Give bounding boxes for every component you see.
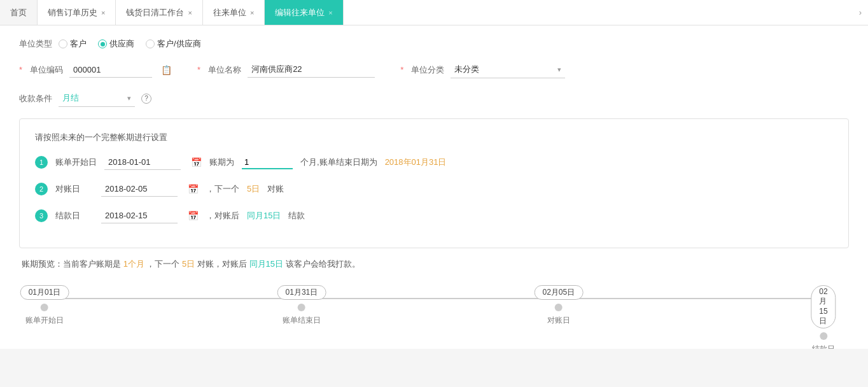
tab-partner[interactable]: 往来单位 × <box>203 0 265 25</box>
timeline-badge-4: 02月15日 <box>811 285 836 328</box>
row-num-3: 3 <box>35 209 48 222</box>
chevron-down-icon: ▾ <box>127 94 131 102</box>
period-value-input[interactable] <box>242 156 293 169</box>
row-num-2: 2 <box>35 183 48 195</box>
calendar-icon-1[interactable]: 📅 <box>191 157 202 167</box>
timeline-label-4: 结款日 <box>812 344 835 349</box>
tab-cash-work[interactable]: 钱货日清工作台 × <box>116 0 202 25</box>
payment-suffix2: 结款 <box>288 210 305 222</box>
payment-terms-row: 收款条件 月结 ▾ ? <box>19 90 849 107</box>
unit-type-radio-group: 客户 供应商 客户/供应商 <box>59 38 201 50</box>
payment-highlight: 同月15日 <box>247 210 281 222</box>
reconcile-suffix2: 对账 <box>267 183 284 195</box>
unit-category-label: 单位分类 <box>411 64 444 76</box>
radio-circle-supplier <box>98 39 107 48</box>
timeline-dot-1 <box>41 304 48 311</box>
row-num-1: 1 <box>35 156 48 169</box>
timeline-line <box>45 298 823 299</box>
unit-name-input[interactable] <box>248 62 375 78</box>
chevron-down-icon: ▾ <box>557 66 561 74</box>
timeline-label-3: 对账日 <box>547 315 570 326</box>
period-settings-box: 请按照未来的一个完整帐期进行设置 1 账单开始日 📅 账期为 个月,账单结束日期… <box>19 118 849 248</box>
preview-section: 账期预览：当前客户账期是 1个月 ，下一个 5日 对账，对账后 同月15日 该客… <box>19 258 849 270</box>
payment-date-input[interactable] <box>101 208 178 223</box>
timeline: 01月01日 账单开始日 01月31日 账单结束日 02月05日 对账日 02月… <box>45 285 823 336</box>
start-date-label: 账单开始日 <box>55 157 97 168</box>
tab-close-icon[interactable]: × <box>188 9 192 17</box>
unit-type-row: 单位类型 客户 供应商 客户/供应商 <box>19 38 849 50</box>
radio-both[interactable]: 客户/供应商 <box>146 38 201 50</box>
radio-supplier[interactable]: 供应商 <box>98 38 134 50</box>
radio-circle-customer <box>59 39 67 48</box>
reconcile-date-label: 对账日 <box>55 183 94 195</box>
timeline-dot-3 <box>555 304 563 311</box>
payment-terms-dropdown[interactable]: 月结 ▾ <box>59 90 135 107</box>
radio-customer[interactable]: 客户 <box>59 38 87 50</box>
section-hint: 请按照未来的一个完整帐期进行设置 <box>35 132 833 143</box>
start-date-input[interactable] <box>104 155 181 170</box>
timeline-badge-2: 01月31日 <box>277 285 326 300</box>
payment-date-label: 结款日 <box>55 210 94 222</box>
radio-circle-both <box>146 39 155 48</box>
unit-category-dropdown[interactable]: 未分类 ▾ <box>451 61 565 78</box>
tab-bar: 首页 销售订单历史 × 钱货日清工作台 × 往来单位 × 编辑往来单位 × › <box>0 0 868 25</box>
preview-part2: 5日 <box>182 259 195 269</box>
tab-sales-history[interactable]: 销售订单历史 × <box>38 0 116 25</box>
timeline-dot-2 <box>298 304 305 311</box>
tab-home[interactable]: 首页 <box>0 0 38 25</box>
tab-close-icon-active[interactable]: × <box>328 9 332 17</box>
timeline-label-1: 账单开始日 <box>25 315 64 326</box>
timeline-node-2: 01月31日 账单结束日 <box>277 285 326 326</box>
timeline-node-3: 02月05日 对账日 <box>534 285 583 326</box>
preview-part1: 1个月 <box>123 259 144 269</box>
timeline-label-2: 账单结束日 <box>283 315 321 326</box>
row-reconcile-date: 2 对账日 📅 ，下一个 5日 对账 <box>35 181 833 197</box>
unit-fields-row: * 单位编码 📋 * 单位名称 * 单位分类 未分类 ▾ <box>19 61 849 78</box>
tab-scroll-arrow[interactable]: › <box>853 0 868 25</box>
unit-code-label: 单位编码 <box>30 64 63 76</box>
calendar-icon-2[interactable]: 📅 <box>188 184 199 194</box>
period-prefix: 账期为 <box>209 157 234 168</box>
timeline-node-1: 01月01日 账单开始日 <box>20 285 69 326</box>
period-suffix: 个月,账单结束日期为 <box>300 157 377 168</box>
timeline-node-4: 02月15日 结款日 <box>811 285 836 349</box>
timeline-badge-1: 01月01日 <box>20 285 69 300</box>
tab-edit-partner[interactable]: 编辑往来单位 × <box>265 0 343 25</box>
row-start-date: 1 账单开始日 📅 账期为 个月,账单结束日期为 2018年01月31日 <box>35 155 833 170</box>
timeline-dot-4 <box>820 332 827 340</box>
unit-name-label: 单位名称 <box>208 64 241 76</box>
tab-close-icon[interactable]: × <box>250 9 254 17</box>
reconcile-date-input[interactable] <box>101 181 178 197</box>
reconcile-highlight: 5日 <box>247 183 260 195</box>
help-icon[interactable]: ? <box>141 94 151 104</box>
timeline-badge-3: 02月05日 <box>534 285 583 300</box>
unit-code-input[interactable] <box>69 62 152 78</box>
payment-terms-label: 收款条件 <box>19 93 52 104</box>
payment-suffix1: ，对账后 <box>206 210 239 222</box>
main-content: 单位类型 客户 供应商 客户/供应商 * 单位编码 📋 * 单位名称 * 单位分… <box>0 25 868 349</box>
copy-icon[interactable]: 📋 <box>161 65 172 75</box>
unit-type-label: 单位类型 <box>19 38 52 50</box>
calendar-icon-3[interactable]: 📅 <box>188 211 199 221</box>
preview-part3: 同月15日 <box>249 259 283 269</box>
reconcile-suffix1: ，下一个 <box>206 183 239 195</box>
period-end-date: 2018年01月31日 <box>385 157 447 168</box>
row-payment-date: 3 结款日 📅 ，对账后 同月15日 结款 <box>35 208 833 223</box>
tab-close-icon[interactable]: × <box>101 9 105 17</box>
